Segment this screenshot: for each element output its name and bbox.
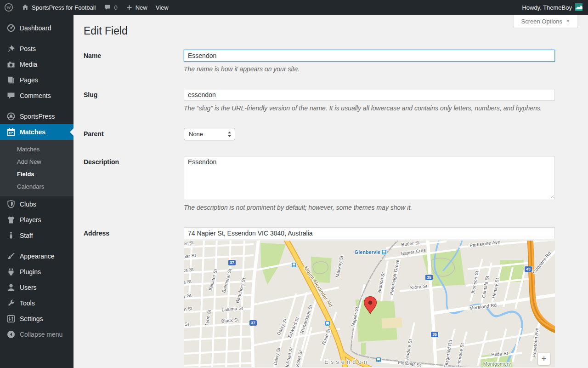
- sidebar-item-plugins[interactable]: Plugins: [0, 264, 74, 280]
- sidebar-item-players[interactable]: Players: [0, 212, 74, 228]
- main-content: Edit Field Name The name is how it appea…: [74, 15, 588, 368]
- sidebar-item-clubs[interactable]: Clubs: [0, 196, 74, 212]
- sidebar-item-label: Dashboard: [20, 23, 51, 33]
- comments-count: 0: [114, 4, 117, 11]
- jersey-icon: [6, 215, 16, 224]
- new-content-button[interactable]: New: [122, 0, 152, 15]
- page-title: Edit Field: [84, 24, 555, 38]
- menu-separator: [0, 243, 74, 248]
- route-shield: 43: [525, 266, 532, 272]
- screen-options-label: Screen Options: [521, 18, 562, 25]
- map-zoom-in-button[interactable]: +: [538, 353, 550, 365]
- sidebar-item-label: Pages: [20, 75, 38, 85]
- map-label: Montgomery: [483, 361, 511, 367]
- svg-text:W: W: [6, 5, 11, 10]
- plugin-icon: [6, 267, 16, 276]
- description-textarea[interactable]: [184, 156, 555, 200]
- parent-select[interactable]: None: [184, 128, 235, 140]
- menu-separator: [0, 36, 74, 41]
- sidebar-subitem-fields[interactable]: Fields: [0, 168, 74, 180]
- route-shield: 37: [228, 260, 236, 266]
- name-help: The name is how it appears on your site.: [184, 65, 555, 73]
- name-input[interactable]: [184, 50, 555, 62]
- calendar-icon: [6, 127, 16, 137]
- account-menu[interactable]: Howdy, ThemeBoy: [522, 0, 588, 15]
- dashboard-icon: [6, 23, 16, 33]
- site-name-link[interactable]: SportsPress for Football: [17, 0, 100, 15]
- parent-label: Parent: [84, 128, 184, 140]
- submenu-matches: MatchesAdd NewFieldsCalendars: [0, 140, 74, 196]
- sidebar-item-posts[interactable]: Posts: [0, 41, 74, 57]
- map-canvas: 3737353543er Stnar Stca Sta Sty Stn StSt…: [184, 241, 555, 367]
- address-input[interactable]: [184, 227, 555, 239]
- sidebar-item-collapse[interactable]: Collapse menu: [0, 327, 74, 342]
- sidebar-subitem-matches[interactable]: Matches: [0, 143, 74, 155]
- name-label: Name: [84, 50, 184, 73]
- sidebar-item-matches[interactable]: Matches: [0, 124, 74, 140]
- avatar: [575, 3, 582, 12]
- admin-sidebar: DashboardPostsMediaPagesCommentsSportsPr…: [0, 15, 74, 368]
- sidebar-item-tools[interactable]: Tools: [0, 295, 74, 311]
- slug-input[interactable]: [184, 89, 555, 101]
- sidebar-item-label: Matches: [20, 127, 45, 137]
- slug-row: Slug The “slug” is the URL-friendly vers…: [84, 89, 555, 112]
- site-name: SportsPress for Football: [32, 4, 96, 11]
- sidebar-item-label: Settings: [20, 314, 43, 323]
- sidebar-item-appearance[interactable]: Appearance: [0, 248, 74, 264]
- train-station-icon[interactable]: [382, 250, 387, 255]
- view-label: View: [156, 4, 169, 11]
- new-label: New: [136, 4, 147, 11]
- svg-text:37: 37: [251, 321, 255, 325]
- map-label: Glenbervie: [355, 249, 380, 255]
- view-link[interactable]: View: [152, 0, 173, 15]
- slug-label: Slug: [84, 89, 184, 112]
- user-icon: [6, 283, 16, 292]
- map-label: n St: [184, 306, 192, 312]
- sidebar-item-sportspress[interactable]: SportsPress: [0, 109, 74, 124]
- sidebar-item-staff[interactable]: Staff: [0, 228, 74, 243]
- pages-icon: [6, 75, 16, 85]
- sidebar-subitem-calendars[interactable]: Calendars: [0, 180, 74, 193]
- address-label: Address: [84, 227, 184, 367]
- sidebar-item-label: SportsPress: [20, 112, 55, 121]
- sidebar-item-label: Media: [20, 60, 37, 69]
- route-shield: 35: [425, 275, 433, 281]
- description-help: The description is not prominent by defa…: [184, 204, 555, 212]
- sidebar-item-settings[interactable]: Settings: [0, 311, 74, 327]
- map-label: a St: [184, 279, 192, 285]
- sidebar-item-label: Posts: [20, 44, 36, 53]
- collapse-icon: [6, 330, 16, 339]
- google-map[interactable]: 3737353543er Stnar Stca Sta Sty Stn StSt…: [184, 241, 555, 367]
- settings-icon: [6, 314, 16, 323]
- select-stepper-icon: [227, 131, 232, 138]
- screen-options-button[interactable]: Screen Options ▼: [513, 15, 578, 28]
- map-label: St: [184, 322, 189, 327]
- sidebar-item-pages[interactable]: Pages: [0, 72, 74, 88]
- sidebar-item-comments[interactable]: Comments: [0, 88, 74, 104]
- train-station-icon[interactable]: [292, 263, 297, 268]
- sidebar-item-label: Appearance: [20, 252, 55, 261]
- tie-icon: [6, 231, 16, 240]
- admin-bar: W SportsPress for Football 0 New View Ho…: [0, 0, 588, 15]
- pin-icon: [6, 44, 16, 53]
- comments-indicator[interactable]: 0: [100, 0, 121, 15]
- description-label: Description: [84, 156, 184, 212]
- sidebar-item-label: Players: [20, 215, 41, 224]
- chevron-down-icon: ▼: [566, 19, 570, 23]
- wordpress-menu-button[interactable]: W: [0, 0, 17, 15]
- soccer-ball-icon: [6, 112, 16, 121]
- slug-help: The “slug” is the URL-friendly version o…: [184, 104, 555, 112]
- description-row: Description The description is not promi…: [84, 156, 555, 212]
- sidebar-item-users[interactable]: Users: [0, 280, 74, 295]
- brush-icon: [6, 252, 16, 261]
- sidebar-item-label: Comments: [20, 91, 51, 100]
- sidebar-item-media[interactable]: Media: [0, 57, 74, 72]
- sidebar-item-dashboard[interactable]: Dashboard: [0, 20, 74, 36]
- comment-bubble-icon: [104, 4, 111, 11]
- train-station-icon[interactable]: [325, 321, 330, 326]
- map-label: y St: [184, 293, 192, 299]
- address-row: Address: [84, 227, 555, 367]
- name-row: Name The name is how it appears on your …: [84, 50, 555, 73]
- sidebar-subitem-add-new[interactable]: Add New: [0, 155, 74, 168]
- train-station-icon[interactable]: [376, 357, 381, 362]
